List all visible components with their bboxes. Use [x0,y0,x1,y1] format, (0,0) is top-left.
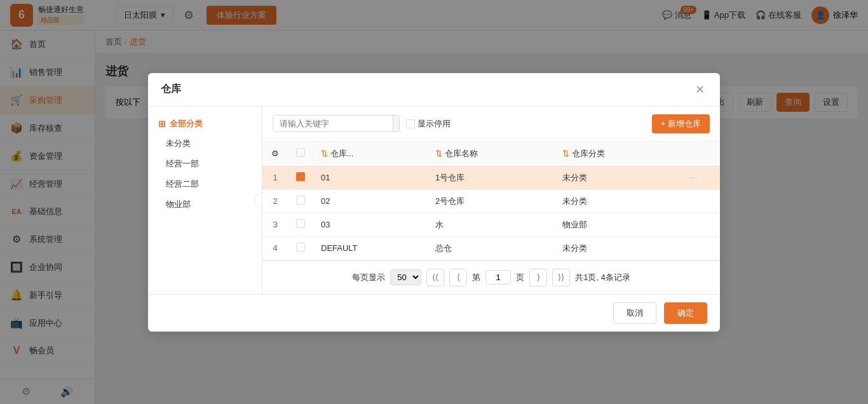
last-page-button[interactable]: ⟩⟩ [552,269,570,286]
warehouse-modal: 仓库 ✕ ⊞ 全部分类 《 未分类 经营一部 经营二部 物业部 [148,73,720,332]
pagination: 每页显示 50 ⟨⟨ ⟨ 第 页 ⟩ ⟩⟩ 共1页, 4条记录 [262,260,720,294]
row-code: 02 [313,189,428,213]
table-toolbar: 🔍 显示停用 + 新增仓库 [262,107,720,142]
col-actions-header [682,142,720,166]
add-warehouse-button[interactable]: + 新增仓库 [652,114,710,133]
col-select-all [288,142,313,166]
row-code: DEFAULT [313,236,428,260]
prev-page-button[interactable]: ⟨ [449,269,467,286]
data-table: ⚙ ⇅ 仓库... ⇅ [262,142,720,260]
row-number: 2 [262,189,288,213]
sort-icon-3: ⇅ [562,149,569,158]
col-gear: ⚙ [262,142,288,166]
category-unclassified[interactable]: 未分类 [148,133,262,154]
modal-title: 仓库 [161,83,181,96]
grid-icon: ⊞ [158,119,166,129]
per-page-select[interactable]: 50 [390,269,421,285]
table-row[interactable]: 3 03 水 物业部 [262,213,720,236]
row-checkbox[interactable] [288,236,313,260]
row-category: 未分类 [555,166,682,189]
show-disabled-label[interactable]: 显示停用 [406,118,451,130]
row-actions: ··· [682,166,720,189]
page-input[interactable] [485,270,511,285]
category-ops1[interactable]: 经营一部 [148,154,262,174]
cancel-button[interactable]: 取消 [613,302,656,324]
row-number: 4 [262,236,288,260]
sort-icon: ⇅ [321,149,328,158]
table-row[interactable]: 2 02 2号仓库 未分类 [262,189,720,213]
row-name: 1号仓库 [428,166,555,189]
select-all-checkbox[interactable] [296,148,305,157]
col-name-header: ⇅ 仓库名称 [428,142,555,166]
sort-icon-2: ⇅ [435,149,442,158]
row-name: 2号仓库 [428,189,555,213]
table-row[interactable]: 4 DEFAULT 总仓 未分类 [262,236,720,260]
confirm-button[interactable]: 确定 [664,302,707,324]
row-name: 水 [428,213,555,236]
row-number: 3 [262,213,288,236]
row-code: 01 [313,166,428,189]
category-ops2[interactable]: 经营二部 [148,174,262,194]
all-categories[interactable]: ⊞ 全部分类 [148,114,262,133]
modal-footer: 取消 确定 [148,294,720,332]
row-code: 03 [313,213,428,236]
modal-overlay: 仓库 ✕ ⊞ 全部分类 《 未分类 经营一部 经营二部 物业部 [0,0,868,404]
show-disabled-checkbox[interactable] [406,119,415,128]
col-category-header: ⇅ 仓库分类 [555,142,682,166]
col-code-header: ⇅ 仓库... [313,142,428,166]
row-checkbox[interactable] [288,189,313,213]
row-checkbox[interactable] [288,213,313,236]
search-input[interactable] [273,116,393,131]
row-actions [682,189,720,213]
table-row[interactable]: 1 01 1号仓库 未分类 ··· [262,166,720,189]
row-category: 未分类 [555,236,682,260]
row-category: 未分类 [555,189,682,213]
modal-body: ⊞ 全部分类 《 未分类 经营一部 经营二部 物业部 🔍 [148,107,720,294]
next-page-button[interactable]: ⟩ [529,269,547,286]
more-button[interactable]: ··· [689,172,698,183]
modal-header: 仓库 ✕ [148,73,720,107]
row-number: 1 [262,166,288,189]
row-actions [682,213,720,236]
first-page-button[interactable]: ⟨⟨ [426,269,444,286]
category-panel: ⊞ 全部分类 《 未分类 经营一部 经营二部 物业部 [148,107,262,294]
row-name: 总仓 [428,236,555,260]
search-input-wrap: 🔍 [273,115,400,132]
modal-close-button[interactable]: ✕ [692,82,707,97]
table-settings-icon[interactable]: ⚙ [271,149,279,158]
row-category: 物业部 [555,213,682,236]
table-panel: 🔍 显示停用 + 新增仓库 ⚙ [262,107,720,294]
search-button[interactable]: 🔍 [393,116,400,131]
row-actions [682,236,720,260]
row-checkbox[interactable] [288,166,313,189]
category-property[interactable]: 物业部 [148,194,262,215]
